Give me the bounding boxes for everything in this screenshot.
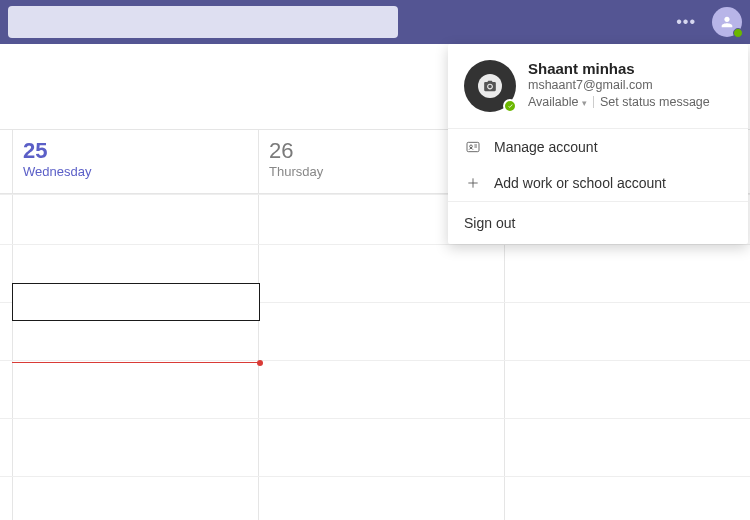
day-name: Wednesday — [23, 164, 248, 179]
plus-icon — [464, 174, 482, 192]
more-options-button[interactable]: ••• — [672, 9, 700, 35]
sign-out-item[interactable]: Sign out — [448, 202, 748, 244]
day-header-today[interactable]: 25 Wednesday — [12, 130, 258, 193]
menu-item-label: Manage account — [494, 139, 598, 155]
menu-item-label: Add work or school account — [494, 175, 666, 191]
current-time-indicator — [12, 362, 260, 363]
manage-account-item[interactable]: Manage account — [448, 129, 748, 165]
selected-time-slot[interactable] — [12, 283, 260, 321]
profile-section: Shaant minhas mshaant7@gmail.com Availab… — [448, 44, 748, 129]
add-account-item[interactable]: Add work or school account — [448, 165, 748, 201]
profile-avatar[interactable] — [712, 7, 742, 37]
svg-point-1 — [470, 145, 473, 148]
svg-rect-0 — [467, 142, 479, 151]
status-dropdown[interactable]: Available ▾ — [528, 95, 587, 109]
day-date: 25 — [23, 138, 248, 164]
grid-column[interactable] — [12, 194, 258, 520]
account-menu: Shaant minhas mshaant7@gmail.com Availab… — [448, 44, 748, 244]
profile-name: Shaant minhas — [528, 60, 710, 77]
set-status-message-link[interactable]: Set status message — [600, 95, 710, 109]
profile-picture[interactable] — [464, 60, 516, 112]
search-input[interactable] — [8, 6, 398, 38]
presence-available-icon — [503, 99, 517, 113]
id-card-icon — [464, 138, 482, 156]
person-icon — [719, 14, 735, 30]
title-bar: ••• — [0, 0, 750, 44]
presence-available-icon — [733, 28, 743, 38]
chevron-down-icon: ▾ — [582, 98, 587, 108]
profile-email: mshaant7@gmail.com — [528, 78, 710, 92]
camera-icon — [478, 74, 502, 98]
divider — [593, 96, 594, 108]
menu-item-label: Sign out — [464, 215, 515, 231]
